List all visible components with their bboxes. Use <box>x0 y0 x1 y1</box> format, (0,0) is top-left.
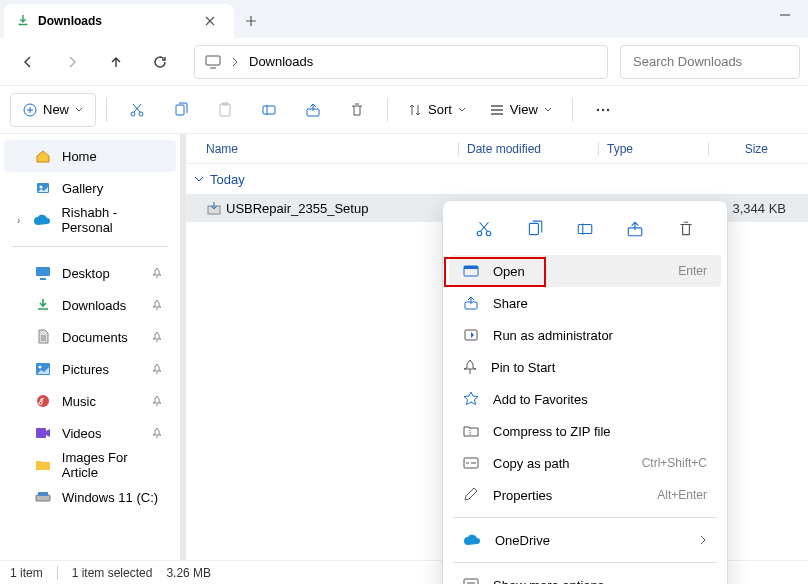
ctx-onedrive[interactable]: OneDrive <box>449 524 721 556</box>
sidebar-item-pictures[interactable]: Pictures <box>4 353 176 385</box>
file-name: USBRepair_2355_Setup <box>226 201 470 216</box>
sidebar-label: Rishabh - Personal <box>61 205 166 235</box>
browser-tab[interactable]: Downloads <box>4 4 234 38</box>
sidebar-label: Documents <box>62 330 128 345</box>
onedrive-icon <box>463 534 481 546</box>
svg-point-2 <box>131 112 135 116</box>
svg-point-10 <box>602 108 604 110</box>
cut-button[interactable] <box>117 92 157 128</box>
column-name[interactable]: Name <box>206 142 458 156</box>
ctx-pin-start[interactable]: Pin to Start <box>449 351 721 383</box>
documents-icon <box>34 329 52 345</box>
view-button[interactable]: View <box>480 92 562 128</box>
sidebar-label: Windows 11 (C:) <box>62 490 158 505</box>
up-button[interactable] <box>96 44 136 80</box>
sidebar-item-videos[interactable]: Videos <box>4 417 176 449</box>
svg-rect-4 <box>176 105 184 115</box>
sidebar-item-home[interactable]: Home <box>4 140 176 172</box>
videos-icon <box>34 427 52 439</box>
ctx-share[interactable]: Share <box>449 287 721 319</box>
svg-rect-18 <box>36 428 46 438</box>
refresh-button[interactable] <box>140 44 180 80</box>
new-button[interactable]: New <box>10 93 96 127</box>
svg-rect-5 <box>220 104 230 116</box>
ctx-label: Open <box>493 264 664 279</box>
path-icon <box>463 457 479 469</box>
ctx-compress[interactable]: Compress to ZIP file <box>449 415 721 447</box>
sidebar-item-music[interactable]: Music <box>4 385 176 417</box>
ctx-label: Compress to ZIP file <box>493 424 707 439</box>
sort-button[interactable]: Sort <box>398 92 476 128</box>
sidebar-label: Gallery <box>62 181 103 196</box>
ctx-run-admin[interactable]: Run as administrator <box>449 319 721 351</box>
ctx-open[interactable]: Open Enter <box>449 255 721 287</box>
address-location: Downloads <box>249 54 313 69</box>
ctx-add-fav[interactable]: Add to Favorites <box>449 383 721 415</box>
sidebar-item-gallery[interactable]: Gallery <box>4 172 176 204</box>
column-date[interactable]: Date modified <box>458 142 598 156</box>
sidebar-item-documents[interactable]: Documents <box>4 321 176 353</box>
folder-icon <box>34 459 52 471</box>
ctx-shortcut: Alt+Enter <box>657 488 707 502</box>
svg-point-11 <box>607 108 609 110</box>
ctx-label: Copy as path <box>493 456 628 471</box>
music-icon <box>34 394 52 408</box>
pin-icon <box>463 359 477 375</box>
search-input[interactable]: Search Downloads <box>620 45 800 79</box>
sidebar-item-desktop[interactable]: Desktop <box>4 257 176 289</box>
sidebar-item-downloads[interactable]: Downloads <box>4 289 176 321</box>
svg-rect-7 <box>263 106 275 114</box>
copy-button[interactable] <box>161 92 201 128</box>
forward-button[interactable] <box>52 44 92 80</box>
desktop-icon <box>34 266 52 280</box>
ctx-share-button[interactable] <box>617 213 653 245</box>
sort-label: Sort <box>428 102 452 117</box>
ctx-delete-button[interactable] <box>668 213 704 245</box>
sidebar-item-drive-c[interactable]: Windows 11 (C:) <box>4 481 176 513</box>
svg-rect-24 <box>529 223 538 234</box>
group-header[interactable]: Today <box>186 164 808 194</box>
chevron-right-icon: › <box>14 215 23 226</box>
minimize-button[interactable] <box>762 0 808 30</box>
ctx-label: Properties <box>493 488 643 503</box>
ctx-rename-button[interactable] <box>567 213 603 245</box>
sidebar-label: Music <box>62 394 96 409</box>
column-type[interactable]: Type <box>598 142 708 156</box>
svg-point-13 <box>40 186 43 189</box>
svg-rect-20 <box>38 492 48 496</box>
ctx-shortcut: Enter <box>678 264 707 278</box>
share-button[interactable] <box>293 92 333 128</box>
pin-icon <box>152 427 166 439</box>
download-icon <box>34 298 52 312</box>
search-placeholder: Search Downloads <box>633 54 742 69</box>
new-tab-button[interactable] <box>234 4 268 38</box>
ctx-show-more[interactable]: Show more options <box>449 569 721 584</box>
close-icon[interactable] <box>198 9 222 33</box>
column-size[interactable]: Size <box>708 142 788 156</box>
pin-icon <box>152 299 166 311</box>
svg-rect-0 <box>206 56 220 65</box>
status-count: 1 item <box>10 566 43 580</box>
ctx-copy-button[interactable] <box>517 213 553 245</box>
sidebar-item-personal[interactable]: › Rishabh - Personal <box>4 204 176 236</box>
address-bar[interactable]: Downloads <box>194 45 608 79</box>
sidebar-label: Videos <box>62 426 102 441</box>
more-button[interactable] <box>583 92 623 128</box>
installer-icon <box>206 200 226 216</box>
admin-icon <box>463 327 479 343</box>
delete-button[interactable] <box>337 92 377 128</box>
file-size: 3,344 KB <box>720 201 800 216</box>
status-size: 3.26 MB <box>166 566 211 580</box>
ctx-cut-button[interactable] <box>466 213 502 245</box>
chevron-right-icon <box>699 535 707 545</box>
back-button[interactable] <box>8 44 48 80</box>
rename-button[interactable] <box>249 92 289 128</box>
open-icon <box>463 264 479 278</box>
sidebar-item-images-article[interactable]: Images For Article <box>4 449 176 481</box>
ctx-properties[interactable]: Properties Alt+Enter <box>449 479 721 511</box>
view-label: View <box>510 102 538 117</box>
ctx-label: Add to Favorites <box>493 392 707 407</box>
ctx-copy-path[interactable]: Copy as path Ctrl+Shift+C <box>449 447 721 479</box>
svg-point-17 <box>37 395 49 407</box>
tab-title: Downloads <box>38 14 190 28</box>
